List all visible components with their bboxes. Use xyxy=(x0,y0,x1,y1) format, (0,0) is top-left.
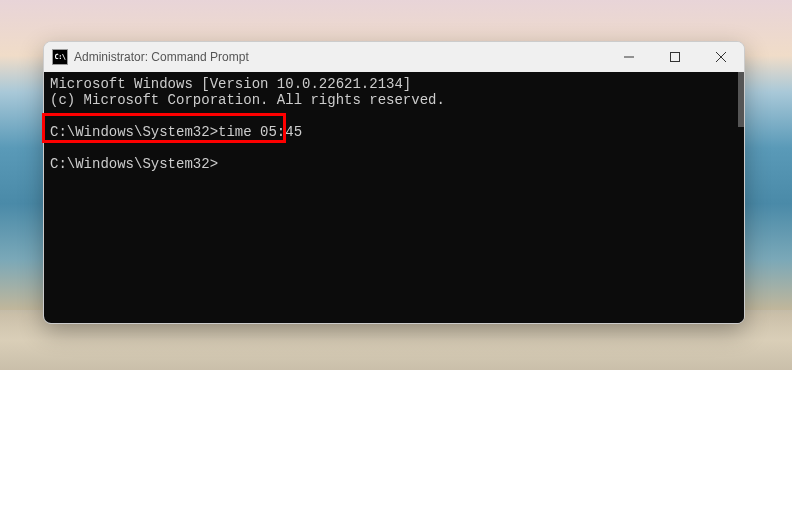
maximize-button[interactable] xyxy=(652,42,698,72)
terminal-line: C:\Windows\System32>time 05:45 xyxy=(50,124,738,140)
terminal-line xyxy=(50,108,738,124)
terminal-line xyxy=(50,140,738,156)
minimize-button[interactable] xyxy=(606,42,652,72)
titlebar[interactable]: C:\ Administrator: Command Prompt xyxy=(44,42,744,72)
svg-rect-1 xyxy=(671,53,680,62)
terminal-line: Microsoft Windows [Version 10.0.22621.21… xyxy=(50,76,738,92)
terminal-line: C:\Windows\System32> xyxy=(50,156,738,172)
terminal-content[interactable]: Microsoft Windows [Version 10.0.22621.21… xyxy=(44,72,744,323)
cmd-icon: C:\ xyxy=(52,49,68,65)
window-title: Administrator: Command Prompt xyxy=(74,50,249,64)
terminal-line: (c) Microsoft Corporation. All rights re… xyxy=(50,92,738,108)
close-button[interactable] xyxy=(698,42,744,72)
blank-area xyxy=(0,370,792,516)
window-controls xyxy=(606,42,744,72)
scrollbar-track xyxy=(728,72,744,323)
command-prompt-window: C:\ Administrator: Command Prompt Micros… xyxy=(43,41,745,324)
scrollbar-thumb[interactable] xyxy=(738,72,744,127)
